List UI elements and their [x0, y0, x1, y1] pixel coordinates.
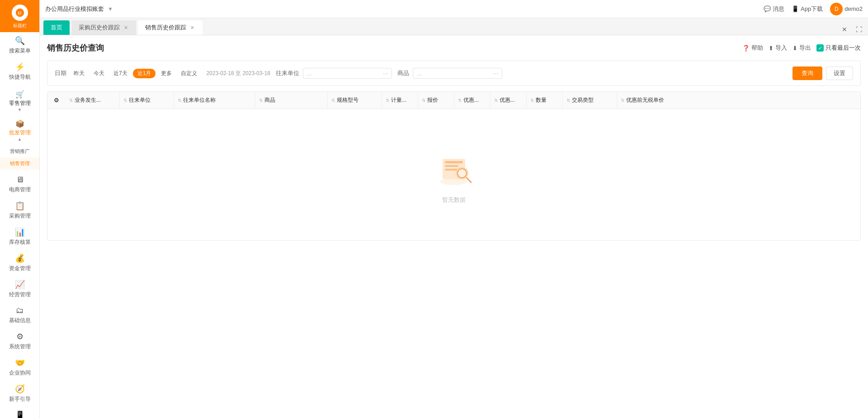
- tab-home[interactable]: 首页: [43, 20, 70, 35]
- sort-icon-partner-code: ⇅: [123, 98, 127, 103]
- tab-purchase-history[interactable]: 采购历史价跟踪 ✕: [71, 20, 136, 35]
- th-quote[interactable]: ⇅ 报价: [418, 92, 454, 109]
- date-option-7days[interactable]: 近7天: [110, 69, 131, 78]
- message-button[interactable]: 💬 消息: [764, 5, 784, 13]
- th-product-label: 商品: [264, 96, 275, 104]
- th-unit[interactable]: ⇅ 计量...: [382, 92, 418, 109]
- app-download-button[interactable]: 📱 App下载: [792, 5, 823, 13]
- sidebar-item-label: 新手引导: [9, 395, 31, 403]
- sidebar-item-enterprise[interactable]: 🤝 企业协同: [0, 354, 39, 380]
- sidebar-item-quick-nav[interactable]: ⚡ 快捷导航: [0, 58, 39, 85]
- date-option-today[interactable]: 今天: [90, 69, 108, 78]
- only-last-label: 只看最后一次: [826, 44, 861, 52]
- th-trade-type[interactable]: ⇅ 交易类型: [563, 92, 617, 109]
- topbar-dropdown-icon[interactable]: ▼: [108, 6, 113, 12]
- settings-button[interactable]: 设置: [826, 66, 853, 80]
- date-option-1month[interactable]: 近1月: [133, 69, 156, 78]
- table-header: ⚙ ⇅ 业务发生... ⇅ 往来单位 ⇅ 往来单位名称 ⇅ 商品: [47, 92, 860, 109]
- help-button[interactable]: ❓ 帮助: [742, 44, 763, 52]
- th-partner-name-label: 往来单位名称: [183, 96, 216, 104]
- page-title: 销售历史价查询: [47, 43, 104, 53]
- search-menu-icon: 🔍: [15, 36, 25, 46]
- th-product[interactable]: ⇅ 商品: [255, 92, 328, 109]
- tab-maximize-button[interactable]: ⛶: [854, 24, 864, 35]
- tab-sales-history[interactable]: 销售历史价跟踪 ✕: [138, 20, 203, 35]
- sidebar-item-wholesale-mgmt[interactable]: 📦 批发管理 ▲: [0, 116, 39, 145]
- sidebar-item-marketing[interactable]: 营销推广: [0, 145, 39, 157]
- operations-icon: 📈: [15, 280, 25, 290]
- query-button[interactable]: 查询: [793, 66, 822, 80]
- sidebar-item-search-menu[interactable]: 🔍 搜索菜单: [0, 32, 39, 58]
- checkbox-checked-icon: ✓: [816, 44, 824, 52]
- sort-icon-discount2: ⇅: [494, 98, 498, 103]
- sort-icon-product: ⇅: [259, 98, 263, 103]
- sidebar-item-label: 批发管理: [9, 129, 31, 137]
- sidebar-item-ecommerce[interactable]: 🖥 电商管理: [0, 171, 39, 197]
- sidebar-item-retail-mgmt[interactable]: 🛒 零售管理 ▼: [0, 86, 39, 116]
- content-area: 销售历史价查询 ❓ 帮助 ⬆ 导入 ⬇ 导出 ✓ 只看最后一次: [40, 35, 868, 418]
- sidebar-item-inventory[interactable]: 📊 库存核算: [0, 223, 39, 250]
- app-center-icon: 📱: [15, 410, 25, 418]
- enterprise-icon: 🤝: [15, 358, 25, 368]
- tab-close-all-button[interactable]: ✕: [839, 24, 850, 35]
- th-partner-name[interactable]: ⇅ 往来单位名称: [174, 92, 255, 109]
- import-label: 导入: [775, 44, 787, 52]
- empty-icon: [431, 145, 476, 190]
- sidebar-item-operations[interactable]: 📈 经营管理: [0, 276, 39, 302]
- sidebar-item-sales-mgmt[interactable]: 销售管理: [0, 157, 39, 170]
- tab-sales-close[interactable]: ✕: [189, 24, 195, 31]
- sort-icon-trade-type: ⇅: [566, 98, 570, 103]
- message-label: 消息: [773, 5, 784, 13]
- system-icon: ⚙: [16, 332, 24, 342]
- app-download-icon: 📱: [792, 5, 799, 12]
- partner-selector-icon[interactable]: ···: [383, 70, 388, 77]
- sort-icon-spec: ⇅: [331, 98, 335, 103]
- tab-actions: ✕ ⛶: [839, 24, 864, 35]
- tabbar: 首页 采购历史价跟踪 ✕ 销售历史价跟踪 ✕ ✕ ⛶: [40, 18, 868, 35]
- export-button[interactable]: ⬇ 导出: [793, 44, 811, 52]
- topbar: 办公用品行业模拟账套 ▼ 💬 消息 📱 App下载 D demo2: [40, 0, 868, 18]
- date-option-more[interactable]: 更多: [157, 69, 175, 78]
- expand-icon-2: ▲: [18, 137, 22, 142]
- th-spec-label: 规格型号: [337, 96, 359, 104]
- th-pre-tax[interactable]: ⇅ 优惠前无税单价: [617, 92, 860, 109]
- filter-bar: 日期 昨天 今天 近7天 近1月 更多 自定义 2023-02-18 至 202…: [47, 61, 861, 86]
- th-partner-code[interactable]: ⇅ 往来单位: [120, 92, 174, 109]
- th-biz-date[interactable]: ⇅ 业务发生...: [66, 92, 120, 109]
- logo-icon: 好: [12, 5, 28, 21]
- th-spec[interactable]: ⇅ 规格型号: [328, 92, 382, 109]
- sidebar-item-guide[interactable]: 🧭 新手引导: [0, 380, 39, 407]
- date-option-yesterday[interactable]: 昨天: [70, 69, 88, 78]
- sidebar-sub-label: 营销推广: [10, 148, 30, 155]
- finance-icon: 💰: [15, 253, 25, 263]
- filter-actions: 查询 设置: [793, 66, 853, 80]
- import-button[interactable]: ⬆ 导入: [769, 44, 787, 52]
- tab-purchase-close[interactable]: ✕: [123, 24, 129, 31]
- sidebar-item-purchase-mgmt[interactable]: 📋 采购管理: [0, 197, 39, 223]
- th-quantity[interactable]: ⇅ 数量: [527, 92, 563, 109]
- sort-icon-pre-tax: ⇅: [621, 98, 624, 103]
- svg-rect-5: [445, 165, 458, 167]
- avatar: D: [830, 3, 843, 15]
- sidebar-item-basic-info[interactable]: 🗂 基础信息: [0, 302, 39, 328]
- purchase-icon: 📋: [15, 201, 25, 211]
- sidebar-item-app-center[interactable]: 📱 应用中心: [0, 407, 39, 418]
- th-discount2[interactable]: ⇅ 优惠...: [491, 92, 527, 109]
- import-icon: ⬆: [769, 45, 774, 52]
- user-profile[interactable]: D demo2: [830, 3, 863, 15]
- only-last-checkbox[interactable]: ✓ 只看最后一次: [816, 44, 861, 52]
- sidebar-item-label: 经营管理: [9, 291, 31, 299]
- date-option-custom[interactable]: 自定义: [177, 69, 201, 78]
- product-input[interactable]: [417, 70, 493, 77]
- th-discount1[interactable]: ⇅ 优惠...: [454, 92, 491, 109]
- product-selector-icon[interactable]: ···: [493, 70, 498, 77]
- sidebar-item-system[interactable]: ⚙ 系统管理: [0, 328, 39, 354]
- partner-input[interactable]: [307, 70, 383, 77]
- th-discount1-label: 优惠...: [463, 96, 479, 104]
- date-range-text: 2023-02-18 至 2023-03-18: [206, 70, 270, 77]
- th-settings[interactable]: ⚙: [47, 92, 66, 109]
- tab-purchase-label: 采购历史价跟踪: [79, 24, 120, 32]
- sidebar-item-finance[interactable]: 💰 资金管理: [0, 250, 39, 276]
- th-discount2-label: 优惠...: [500, 96, 515, 104]
- settings-gear-icon: ⚙: [54, 97, 59, 104]
